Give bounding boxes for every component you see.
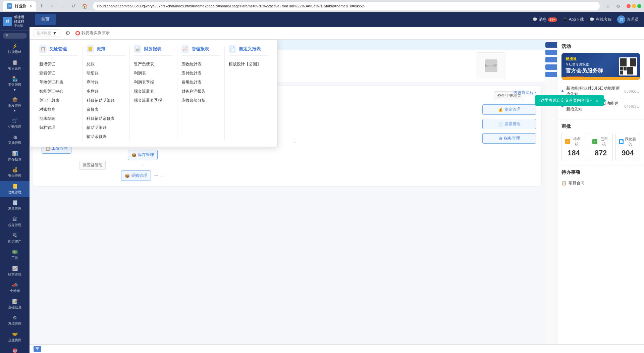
sidebar-item-retail[interactable]: 🏪零售管理 ▼ (0, 73, 30, 94)
sidebar-item-system-mgmt[interactable]: ⚙系统管理 (0, 312, 30, 329)
sidebar-item-finance[interactable]: 💰资金管理 (0, 164, 30, 181)
invoice-mgmt-box[interactable]: 🧾发票管理 (482, 119, 536, 129)
sidebar-item-payroll[interactable]: 💵工资 (0, 247, 30, 263)
dd-item-view-voucher[interactable]: 查看凭证 (39, 69, 78, 78)
capital-mgmt-box[interactable]: 💰资金管理 (482, 104, 536, 115)
news-date-0: 03月06日 (625, 89, 640, 94)
dd-item-aux-detail-ledger[interactable]: 辅助明细账 (87, 123, 125, 132)
sidebar-item-general-ledger[interactable]: 📒总账管理 (0, 181, 30, 197)
procurement-mgmt-box[interactable]: 📦采购管理 (121, 170, 151, 181)
news-dot-0 (561, 90, 564, 92)
user-avatar[interactable]: 管 管理员 (617, 15, 639, 23)
dd-item-smart-voucher[interactable]: 智能凭证中心 (39, 87, 78, 96)
sidebar-item-marketing[interactable]: 📣小畅销 (0, 280, 30, 296)
dd-item-period-end[interactable]: 期末结转 (39, 114, 78, 123)
right-nav-desktop[interactable]: 桌面快捷 (545, 72, 557, 77)
tax-mgmt-box[interactable]: 🏛税务管理 (482, 133, 536, 144)
dd-item-archive[interactable]: 归档管理 (39, 123, 78, 132)
settings-gear-icon[interactable]: ⚙ (63, 29, 72, 38)
dropdown-menu[interactable]: 📋 凭证管理 新增凭证 查看凭证 草稿凭证列表 智能凭证中心 凭证汇总表 对账检… (30, 40, 278, 147)
dd-item-payable-stats[interactable]: 应付统计表 (181, 69, 220, 78)
dd-item-profit-report[interactable]: 财务利润报告 (181, 87, 220, 96)
tab-close-icon[interactable]: × (30, 4, 32, 8)
message-icon-item[interactable]: 💬 消息 99+ (532, 17, 557, 22)
bookmark-icon[interactable]: ☆ (604, 2, 612, 10)
account-selector[interactable]: 选择账套 ▼ (34, 29, 60, 37)
dd-item-template-design[interactable]: 模版设计【公测】 (229, 60, 268, 69)
tab-home[interactable]: 首页 (35, 14, 56, 25)
dd-item-receivable-stats[interactable]: 应收统计表 (181, 60, 220, 69)
back-button[interactable]: ← (48, 2, 57, 10)
sidebar-item-wholesale[interactable]: 📦批发管理 ▼ (0, 94, 30, 115)
dd-item-reconciliation[interactable]: 对账检查 (39, 105, 78, 114)
dd-item-cashflow-quarterly[interactable]: 现金流量表季报 (134, 96, 173, 105)
dd-item-general-ledger[interactable]: 总账 (87, 60, 125, 69)
right-nav-hotline[interactable]: 客服热线 (545, 57, 557, 62)
dd-item-add-voucher[interactable]: 新增凭证 (39, 60, 78, 69)
dd-item-detail-ledger[interactable]: 明细账 (87, 69, 125, 78)
banner-line2: 享社群专属权益 (566, 62, 589, 67)
approval-card-initiated[interactable]: 📄 我发起的 904 (615, 133, 640, 161)
approval-card-pending[interactable]: ✓ 待审核 184 (561, 133, 586, 161)
dd-item-subject-aux-balance[interactable]: 科目辅助余额表 (87, 114, 125, 123)
online-service-link[interactable]: 💬 在线客服 (589, 17, 612, 22)
icon-he-item[interactable]: Icon HE (476, 52, 506, 79)
sidebar-item-invoice[interactable]: 🧾发票管理 (0, 197, 30, 214)
sidebar-item-ops[interactable]: 📈经营管理 (0, 263, 30, 280)
sidebar-item-corp-coop[interactable]: 🤝企业协同 (0, 329, 30, 345)
forward-button[interactable]: → (59, 2, 67, 10)
dd-item-aux-balance[interactable]: 辅助余额表 (87, 132, 125, 141)
sidebar-item-fixed-assets[interactable]: 🏗固定资产 (0, 230, 30, 247)
sidebar-item-tax[interactable]: 🏛税务管理 (0, 214, 30, 230)
sidebar-item-inventory[interactable]: 📊库存核算 (0, 148, 30, 164)
dd-item-expense-stats[interactable]: 费用统计表 (181, 78, 220, 87)
sidebar-item-newbie[interactable]: 🎯新手引导 (0, 345, 30, 353)
tab-title: 好业财 (15, 3, 27, 9)
app-logo[interactable]: 财 畅捷通好业财 专业版 (0, 12, 30, 31)
refresh-button[interactable]: ↺ (69, 2, 78, 10)
right-nav-help[interactable]: 帮助中心 (545, 50, 557, 55)
todo-item-project-contract[interactable]: 📋 项目合同 (561, 178, 640, 188)
col-ledger-title: 账簿 (97, 46, 105, 52)
banner-qr-code (619, 57, 637, 75)
col-fin-report-title: 财务报表 (144, 46, 161, 52)
status-lang-badge[interactable]: 英 (34, 346, 41, 352)
dd-item-profit-loss[interactable]: 利润表 (134, 69, 173, 78)
dd-item-balance-table[interactable]: 余额表 (87, 105, 125, 114)
approval-card-approved[interactable]: ✓ 已审核 872 (589, 133, 613, 161)
dd-item-voucher-summary[interactable]: 凭证汇总表 (39, 96, 78, 105)
tooltip-close-icon[interactable]: × (596, 98, 598, 103)
sidebar-item-quick-nav[interactable]: ⚡快捷导航 (0, 41, 30, 57)
demo-link[interactable]: ⭕ 我要看实例演示 (75, 30, 110, 36)
setup-flow-link[interactable]: 去设置流程 › (514, 90, 536, 96)
dd-item-chrono-ledger[interactable]: 序时账 (87, 78, 125, 87)
sidebar-item-ecommerce[interactable]: 🛒小畅电商 (0, 115, 30, 132)
dd-item-balance-sheet[interactable]: 资产负债表 (134, 60, 173, 69)
floating-tooltip: 这里可以自定义首页内容哦～ × (535, 95, 604, 106)
right-nav-community[interactable]: 服务社区 (545, 64, 557, 70)
dd-item-cashflow[interactable]: 现金流量表 (134, 87, 173, 96)
sidebar: 财 畅捷通好业财 专业版 🔍 ⚡快捷导航 📋项目合同 🏪零售管理 ▼ (0, 12, 30, 353)
app-name: 畅捷通好业财 (14, 15, 27, 23)
address-bar[interactable]: cloud.chanjet.com/cc/u6d89qwnryel/57bfsk… (93, 2, 600, 10)
dd-item-profit-quarterly[interactable]: 利润表季报 (134, 78, 173, 87)
sidebar-item-project-contract[interactable]: 📋项目合同 (0, 57, 30, 73)
sidebar-item-basic-info[interactable]: 📝基础信息 (0, 296, 30, 312)
right-nav-home-settings[interactable]: 首页设置 (545, 42, 557, 48)
inventory-mgmt-box[interactable]: 📦库存管理 (128, 150, 158, 160)
new-tab-button[interactable]: + (37, 2, 45, 10)
extension-icon[interactable]: ⚙ (614, 2, 623, 10)
sidebar-search-input[interactable]: 🔍 (3, 33, 27, 39)
sidebar-item-procurement[interactable]: 🛍采购管理 (0, 132, 30, 148)
dd-item-subject-aux-detail[interactable]: 科目辅助明细账 (87, 96, 125, 105)
home-button[interactable]: 🏠 (80, 2, 89, 10)
col-voucher-title: 凭证管理 (49, 46, 67, 52)
approval-initiated-count: 904 (619, 149, 636, 157)
dd-item-draft-list[interactable]: 草稿凭证列表 (39, 78, 78, 87)
dd-item-ar-aging[interactable]: 应收账龄分析 (181, 96, 220, 105)
dd-item-multi-col-ledger[interactable]: 多栏账 (87, 87, 125, 96)
app-download-link[interactable]: 📱 App下载 (562, 17, 584, 22)
supply-chain-label: 供应链管理 (79, 161, 106, 170)
activity-banner[interactable]: 畅捷通 享社群专属权益 官方会员服务群 立即加入 (561, 53, 640, 80)
sidebar-nav: ⚡快捷导航 📋项目合同 🏪零售管理 ▼ 📦批发管理 ▼ 🛒小畅电商 🛍采购管理 … (0, 41, 30, 353)
